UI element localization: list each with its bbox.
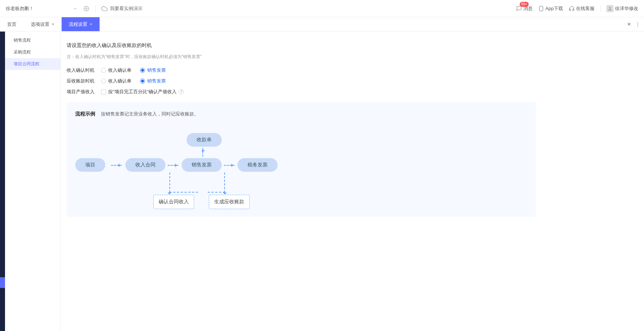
- more-icon[interactable]: ⋮: [635, 22, 640, 27]
- flow-node-sales-invoice: 销售发票: [182, 158, 222, 172]
- app-download-link[interactable]: App下载: [538, 5, 563, 12]
- flow-node-confirm-income: 确认合同收入: [153, 195, 194, 209]
- radio-icon: [101, 68, 106, 73]
- online-support-label: 在线客服: [576, 5, 595, 12]
- app-download-label: App下载: [546, 5, 563, 12]
- option-row-ar-timing: 应收账款时机 收入确认单 销售发票: [67, 78, 638, 84]
- chevron-down-icon: [73, 6, 77, 11]
- checkbox-completion-pct[interactable]: 按"项目完工百分比"确认产值收入 ?: [101, 89, 184, 95]
- page-title: 请设置您的收入确认及应收账款的时机: [67, 42, 638, 49]
- company-name: 徐老板勿删！: [6, 5, 34, 12]
- collapsed-nav[interactable]: [0, 32, 5, 331]
- arrow-path-icon: [169, 172, 198, 193]
- online-support-link[interactable]: 在线客服: [569, 5, 595, 12]
- demo-link[interactable]: 我要看实例演示: [101, 5, 143, 12]
- option-label: 收入确认时机: [67, 67, 95, 74]
- tab-label: 流程设置: [69, 21, 87, 28]
- content: 请设置您的收入确认及应收账款的时机 注：收入确认时机为"销售发票"时，应收账款确…: [61, 32, 644, 331]
- svg-rect-1: [539, 6, 543, 11]
- tab-flow[interactable]: 流程设置 ✕: [62, 17, 100, 31]
- avatar-icon: [606, 5, 614, 12]
- radio-income-confirm[interactable]: 收入确认单: [101, 67, 131, 74]
- top-bar: 徐老板勿删！ 我要看实例演示 99+ 消息 App下载: [0, 0, 644, 17]
- radio-label: 收入确认单: [108, 67, 131, 74]
- arrow-icon: [224, 165, 235, 166]
- radio-icon: [101, 79, 106, 84]
- divider: [600, 5, 601, 12]
- close-icon[interactable]: ✕: [90, 22, 92, 26]
- tabs-bar: 首页 选项设置 ✕ 流程设置 ✕ ✕ ⋮: [0, 17, 644, 32]
- company-selector[interactable]: 徐老板勿删！: [6, 5, 77, 13]
- flow-diagram: 项目 收入合同 销售发票 税务发票 收款单 确认合同收入 生成应收账款: [75, 126, 527, 208]
- user-menu[interactable]: 徐泽华修改: [606, 5, 638, 12]
- note-text: 注：收入确认时机为"销售发票"时，应收账款确认时机必须为"销售发票": [67, 54, 638, 60]
- radio-label: 销售发票: [147, 78, 166, 84]
- option-row-income-timing: 收入确认时机 收入确认单 销售发票: [67, 67, 638, 74]
- tab-label: 首页: [7, 21, 16, 28]
- flow-node-receipt: 收款单: [187, 133, 222, 147]
- radio-group-income: 收入确认单 销售发票: [101, 67, 166, 74]
- radio-label: 销售发票: [147, 67, 166, 74]
- tabs-right-controls: ✕ ⋮: [623, 17, 644, 31]
- radio-group-ar: 收入确认单 销售发票: [101, 78, 166, 84]
- close-all-icon[interactable]: ✕: [626, 22, 632, 27]
- phone-icon: [538, 6, 544, 11]
- radio-label: 收入确认单: [108, 78, 131, 84]
- close-icon[interactable]: ✕: [52, 22, 54, 26]
- option-row-project-value: 项目产值收入 按"项目完工百分比"确认产值收入 ?: [67, 89, 638, 95]
- cloud-icon: [101, 5, 108, 12]
- messages-badge: 99+: [520, 2, 529, 7]
- radio-sales-invoice[interactable]: 销售发票: [140, 67, 166, 74]
- example-title: 流程示例: [75, 111, 95, 117]
- example-header: 流程示例 按销售发票记主营业务收入，同时记应收账款。: [75, 111, 527, 117]
- example-box: 流程示例 按销售发票记主营业务收入，同时记应收账款。 项目 收入合同 销售发票 …: [67, 102, 536, 217]
- messages-link[interactable]: 99+ 消息: [516, 5, 533, 12]
- radio-icon: [140, 68, 145, 73]
- flow-node-income-contract: 收入合同: [125, 158, 165, 172]
- divider: [95, 5, 96, 12]
- radio-ar-confirm[interactable]: 收入确认单: [101, 78, 131, 84]
- demo-link-label: 我要看实例演示: [110, 5, 143, 12]
- checkbox-icon: [101, 89, 106, 94]
- arrow-icon: [202, 148, 203, 157]
- sidebar: 销售流程 采购流程 项目合同流程: [5, 32, 61, 331]
- help-icon[interactable]: ?: [179, 89, 184, 94]
- arrow-path-icon: [208, 172, 225, 193]
- top-right-menu: 99+ 消息 App下载 在线客服 徐泽华修改: [516, 5, 638, 12]
- flow-node-gen-ar: 生成应收账款: [209, 195, 250, 209]
- sidebar-item-project-contract[interactable]: 项目合同流程: [5, 58, 61, 70]
- checkbox-label: 按"项目完工百分比"确认产值收入: [108, 89, 177, 95]
- option-label: 应收账款时机: [67, 78, 95, 84]
- tab-home[interactable]: 首页: [0, 17, 24, 31]
- example-desc: 按销售发票记主营业务收入，同时记应收账款。: [101, 111, 199, 117]
- option-label: 项目产值收入: [67, 89, 95, 95]
- flow-node-tax-invoice: 税务发票: [237, 158, 278, 172]
- tab-label: 选项设置: [31, 21, 49, 28]
- nav-expand-button[interactable]: [0, 277, 5, 288]
- flow-node-project: 项目: [75, 158, 105, 172]
- gear-icon[interactable]: [83, 5, 90, 12]
- username: 徐泽华修改: [615, 5, 638, 12]
- svg-point-0: [86, 8, 87, 9]
- arrow-icon: [168, 165, 178, 166]
- arrow-icon: [111, 165, 122, 166]
- radio-ar-sales-invoice[interactable]: 销售发票: [140, 78, 166, 84]
- sidebar-item-sales[interactable]: 销售流程: [5, 34, 61, 46]
- tab-options[interactable]: 选项设置 ✕: [24, 17, 62, 31]
- sidebar-item-purchase[interactable]: 采购流程: [5, 46, 61, 58]
- main-area: 销售流程 采购流程 项目合同流程 请设置您的收入确认及应收账款的时机 注：收入确…: [0, 32, 644, 331]
- headset-icon: [569, 6, 575, 11]
- radio-icon: [140, 79, 145, 84]
